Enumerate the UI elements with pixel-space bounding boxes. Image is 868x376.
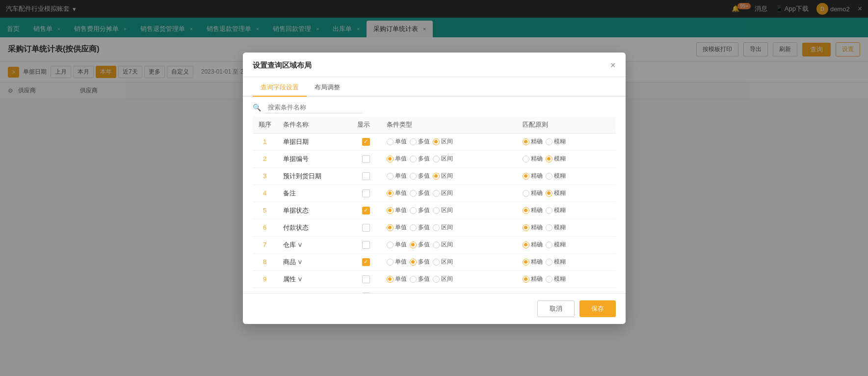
radio-label: 精确 <box>531 155 543 163</box>
match-opt-模糊-6[interactable]: 模糊 <box>546 223 566 232</box>
type-opt-多值-9[interactable]: 多值 <box>410 275 430 283</box>
match-opt-精确-6[interactable]: 精确 <box>523 223 543 232</box>
row-name-6: 付款状态 <box>277 219 351 236</box>
type-opt-多值-4[interactable]: 多值 <box>410 189 430 197</box>
type-opt-多值-3[interactable]: 多值 <box>410 172 430 180</box>
type-opt-单值-2[interactable]: 单值 <box>387 155 407 163</box>
type-opt-区间-9[interactable]: 区间 <box>433 275 453 283</box>
radio-label: 精确 <box>531 189 543 197</box>
match-opt-模糊-2[interactable]: 模糊 <box>546 155 566 163</box>
match-opt-模糊-8[interactable]: 模糊 <box>546 258 566 266</box>
type-opt-多值-1[interactable]: 多值 <box>410 137 430 146</box>
radio-circle-icon <box>433 173 440 180</box>
type-opt-区间-2[interactable]: 区间 <box>433 155 453 163</box>
radio-circle-icon <box>410 207 417 214</box>
dialog-tab-fields[interactable]: 查询字段设置 <box>253 79 307 97</box>
th-name: 条件名称 <box>277 116 351 134</box>
type-opt-多值-8[interactable]: 多值 <box>410 258 430 266</box>
radio-circle-icon <box>410 190 417 197</box>
match-opt-模糊-5[interactable]: 模糊 <box>546 206 566 215</box>
match-opt-精确-5[interactable]: 精确 <box>523 206 543 215</box>
display-checkbox-7[interactable] <box>362 241 370 249</box>
match-opt-模糊-7[interactable]: 模糊 <box>546 241 566 249</box>
search-input[interactable] <box>264 102 362 113</box>
radio-circle-icon <box>410 276 417 283</box>
radio-label: 精确 <box>531 206 543 215</box>
radio-label: 多值 <box>418 223 430 232</box>
match-opt-精确-7[interactable]: 精确 <box>523 241 543 249</box>
match-opt-精确-2[interactable]: 精确 <box>523 155 543 163</box>
match-opt-模糊-9[interactable]: 模糊 <box>546 275 566 283</box>
display-checkbox-1[interactable] <box>362 138 370 146</box>
radio-circle-icon <box>546 259 552 266</box>
display-checkbox-5[interactable] <box>362 207 370 215</box>
table-row: 8商品 ∨单值多值区间精确模糊 <box>253 253 616 270</box>
type-opt-单值-6[interactable]: 单值 <box>387 223 407 232</box>
display-checkbox-2[interactable] <box>362 155 370 163</box>
radio-circle-icon <box>523 242 529 248</box>
radio-label: 精确 <box>531 223 543 232</box>
radio-circle-icon <box>410 224 417 231</box>
match-opt-模糊-3[interactable]: 模糊 <box>546 172 566 180</box>
type-opt-单值-3[interactable]: 单值 <box>387 172 407 180</box>
radio-label: 单值 <box>395 275 407 283</box>
type-opt-区间-8[interactable]: 区间 <box>433 258 453 266</box>
match-opt-精确-9[interactable]: 精确 <box>523 275 543 283</box>
display-checkbox-6[interactable] <box>362 224 370 232</box>
row-order-2: 2 <box>253 150 277 167</box>
type-opt-区间-6[interactable]: 区间 <box>433 223 453 232</box>
match-opt-精确-4[interactable]: 精确 <box>523 189 543 197</box>
type-opt-单值-1[interactable]: 单值 <box>387 137 407 146</box>
radio-circle-icon <box>387 276 394 283</box>
type-opt-单值-8[interactable]: 单值 <box>387 258 407 266</box>
display-checkbox-4[interactable] <box>362 189 370 197</box>
type-opt-区间-3[interactable]: 区间 <box>433 172 453 180</box>
match-opt-精确-3[interactable]: 精确 <box>523 172 543 180</box>
type-opt-区间-1[interactable]: 区间 <box>433 137 453 146</box>
display-checkbox-3[interactable] <box>362 172 370 180</box>
match-opt-模糊-4[interactable]: 模糊 <box>546 189 566 197</box>
radio-circle-icon <box>546 138 552 145</box>
row-type-4: 单值多值区间 <box>381 185 517 202</box>
row-type-1: 单值多值区间 <box>381 133 517 150</box>
radio-label: 模糊 <box>554 137 566 146</box>
radio-label: 多值 <box>418 258 430 266</box>
type-opt-单值-5[interactable]: 单值 <box>387 206 407 215</box>
radio-label: 精确 <box>531 275 543 283</box>
radio-label: 精确 <box>531 241 543 249</box>
match-opt-精确-1[interactable]: 精确 <box>523 137 543 146</box>
row-type-9: 单值多值区间 <box>381 270 517 288</box>
row-order-4: 4 <box>253 185 277 202</box>
radio-label: 模糊 <box>554 206 566 215</box>
table-row: 5单据状态单值多值区间精确模糊 <box>253 202 616 219</box>
dialog-header: 设置查询区域布局 × <box>243 53 626 77</box>
type-opt-单值-9[interactable]: 单值 <box>387 275 407 283</box>
type-opt-单值-7[interactable]: 单值 <box>387 241 407 249</box>
type-opt-多值-7[interactable]: 多值 <box>410 241 430 249</box>
cancel-button[interactable]: 取消 <box>537 300 575 317</box>
row-type-7: 单值多值区间 <box>381 236 517 253</box>
display-checkbox-10[interactable] <box>362 293 370 293</box>
match-opt-模糊-1[interactable]: 模糊 <box>546 137 566 146</box>
table-row: 6付款状态单值多值区间精确模糊 <box>253 219 616 236</box>
type-opt-多值-2[interactable]: 多值 <box>410 155 430 163</box>
type-opt-区间-7[interactable]: 区间 <box>433 241 453 249</box>
row-match-10: 精确模糊 <box>517 288 616 293</box>
dialog-close-button[interactable]: × <box>610 60 616 71</box>
config-table-scroll: 顺序 条件名称 显示 条件类型 匹配原则 1单据日期单值多值区间精确模糊2单据编… <box>243 116 626 293</box>
save-button[interactable]: 保存 <box>579 300 616 317</box>
type-opt-单值-4[interactable]: 单值 <box>387 189 407 197</box>
radio-circle-icon <box>433 156 440 162</box>
display-checkbox-8[interactable] <box>362 258 370 266</box>
type-opt-多值-5[interactable]: 多值 <box>410 206 430 215</box>
display-checkbox-9[interactable] <box>362 275 370 283</box>
type-opt-区间-5[interactable]: 区间 <box>433 206 453 215</box>
radio-label: 模糊 <box>554 155 566 163</box>
match-opt-精确-8[interactable]: 精确 <box>523 258 543 266</box>
dialog-tab-layout[interactable]: 布局调整 <box>307 79 348 97</box>
radio-circle-icon <box>523 173 529 180</box>
row-display-4 <box>351 185 381 202</box>
type-opt-区间-4[interactable]: 区间 <box>433 189 453 197</box>
radio-circle-icon <box>387 242 394 248</box>
type-opt-多值-6[interactable]: 多值 <box>410 223 430 232</box>
